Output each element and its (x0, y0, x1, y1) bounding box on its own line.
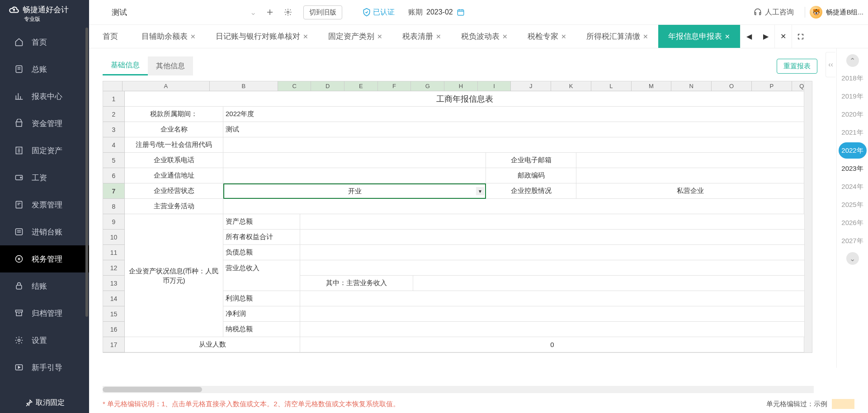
r17-label[interactable]: 从业人数 (125, 337, 300, 352)
tab-home[interactable]: 首页 (89, 25, 132, 48)
r5-right-value[interactable] (576, 153, 805, 168)
nav-archive[interactable]: 归档管理 (0, 300, 89, 327)
r3-value[interactable]: 测试 (223, 122, 805, 137)
r9-value[interactable] (300, 214, 805, 230)
r15-value[interactable] (300, 306, 805, 322)
r7-value-dropdown[interactable]: 开业▼ (223, 183, 486, 199)
r6-value[interactable] (223, 168, 486, 183)
group-label-cell[interactable]: 企业资产状况信息(币种：人民币万元) (125, 214, 223, 337)
tab-tax-fluctuation[interactable]: 税负波动表✕ (451, 25, 518, 48)
r14-label[interactable]: 利润总额 (223, 291, 300, 306)
user-name[interactable]: 畅捷通B组... (826, 8, 863, 17)
r11-label[interactable]: 负债总额 (223, 245, 300, 260)
col-header[interactable]: A (123, 81, 210, 91)
avatar[interactable]: 🐯 (810, 6, 822, 19)
row-header[interactable]: 17 (103, 337, 125, 352)
unpin-button[interactable]: 取消固定 (0, 398, 89, 408)
close-icon[interactable]: ✕ (190, 33, 196, 40)
r14-value[interactable] (300, 291, 805, 306)
col-header[interactable]: H (444, 81, 478, 91)
year-item-active[interactable]: 2022年 (839, 142, 867, 159)
close-icon[interactable]: ✕ (725, 33, 730, 40)
col-header[interactable]: F (378, 81, 411, 91)
sheet-title-cell[interactable]: 工商年报信息表 (125, 91, 805, 107)
r7-label[interactable]: 企业经营状态 (125, 183, 223, 199)
scroll-thumb[interactable] (103, 387, 202, 392)
settings-button[interactable] (279, 3, 297, 21)
row-header[interactable]: 16 (103, 322, 125, 337)
r2-label[interactable]: 税款所属期间： (125, 107, 223, 122)
year-item[interactable]: 2027年 (839, 233, 867, 249)
col-header[interactable]: G (411, 81, 444, 91)
tab-close-all-button[interactable]: ✕ (774, 25, 792, 48)
r5-right-label[interactable]: 企业电子邮箱 (486, 153, 576, 168)
tab-next-button[interactable]: ▶ (757, 25, 774, 48)
col-header[interactable]: D (311, 81, 344, 91)
fullscreen-button[interactable] (792, 25, 809, 48)
tab-journal[interactable]: 日记账与银行对账单核对✕ (206, 25, 318, 48)
r3-label[interactable]: 企业名称 (125, 122, 223, 137)
row-header[interactable]: 13 (103, 276, 125, 291)
r5-label[interactable]: 企业联系电话 (125, 153, 223, 168)
close-icon[interactable]: ✕ (561, 33, 566, 40)
nav-reports[interactable]: 报表中心 (0, 83, 89, 110)
collapse-year-panel-button[interactable]: ‹‹ (826, 52, 835, 77)
nav-settings[interactable]: 设置 (0, 327, 89, 354)
row-header[interactable]: 3 (103, 122, 125, 137)
r15-label[interactable]: 净利润 (223, 306, 300, 322)
r16-value[interactable] (300, 322, 805, 337)
year-down-button[interactable]: ⌄ (846, 252, 859, 265)
col-header[interactable]: C (278, 81, 311, 91)
tab-income-tax[interactable]: 所得税汇算清缴✕ (576, 25, 658, 48)
company-select[interactable]: 测试 ⌄ (107, 4, 261, 20)
consult-button[interactable]: 人工咨询 (753, 8, 794, 17)
r12-value[interactable] (300, 260, 805, 276)
r8-label[interactable]: 主营业务活动 (125, 199, 223, 214)
nav-ledger[interactable]: 总账 (0, 56, 89, 83)
old-version-button[interactable]: 切到旧版 (303, 5, 342, 19)
col-header[interactable]: N (671, 81, 712, 91)
select-all-cell[interactable] (103, 81, 123, 91)
nav-tax[interactable]: 税务管理 (0, 245, 89, 272)
reset-button[interactable]: 重置报表 (777, 59, 817, 74)
add-button[interactable] (261, 3, 279, 21)
r7-right-label[interactable]: 企业控股情况 (486, 183, 576, 199)
col-header[interactable]: E (344, 81, 378, 91)
r7-far-value[interactable]: 私营企业 (576, 183, 805, 199)
row-header[interactable]: 10 (103, 230, 125, 245)
row-header[interactable]: 1 (103, 91, 125, 107)
sheet-h-scrollbar[interactable] (103, 386, 814, 393)
col-header[interactable]: B (210, 81, 278, 91)
col-header[interactable]: M (632, 81, 672, 91)
nav-guide[interactable]: 新手引导 (0, 354, 89, 381)
col-header[interactable]: K (551, 81, 591, 91)
year-item[interactable]: 2026年 (839, 215, 867, 231)
col-header[interactable]: O (712, 81, 752, 91)
nav-funds[interactable]: 资金管理 (0, 110, 89, 137)
r12-label[interactable]: 营业总收入 (223, 260, 300, 276)
year-item[interactable]: 2023年 (839, 160, 867, 177)
col-header[interactable]: P (752, 81, 792, 91)
row-header[interactable]: 6 (103, 168, 125, 183)
subtab-other[interactable]: 其他信息 (148, 56, 193, 75)
r10-label[interactable]: 所有者权益合计 (223, 230, 300, 245)
subtab-basic[interactable]: 基础信息 (103, 56, 148, 75)
year-up-button[interactable]: ⌃ (846, 54, 859, 67)
r13-label[interactable]: 其中：主营业务收入 (300, 276, 413, 291)
row-header[interactable]: 12 (103, 260, 125, 276)
tab-tax-expert[interactable]: 税检专家✕ (518, 25, 576, 48)
r6-right-value[interactable] (576, 168, 805, 183)
nav-inventory[interactable]: 进销台账 (0, 218, 89, 245)
r10-value[interactable] (300, 230, 805, 245)
row-header[interactable]: 15 (103, 306, 125, 322)
tab-annual-report[interactable]: 年报信息申报表✕ (658, 25, 740, 48)
r9-label[interactable]: 资产总额 (223, 214, 300, 230)
close-icon[interactable]: ✕ (377, 33, 382, 40)
r17-value[interactable]: 0 (300, 337, 805, 352)
col-header[interactable]: L (591, 81, 632, 91)
r4-value[interactable] (223, 137, 805, 153)
nav-assets[interactable]: 固定资产 (0, 137, 89, 164)
r6-right-label[interactable]: 邮政编码 (486, 168, 576, 183)
r8-value[interactable] (223, 199, 805, 214)
year-item[interactable]: 2025年 (839, 197, 867, 213)
